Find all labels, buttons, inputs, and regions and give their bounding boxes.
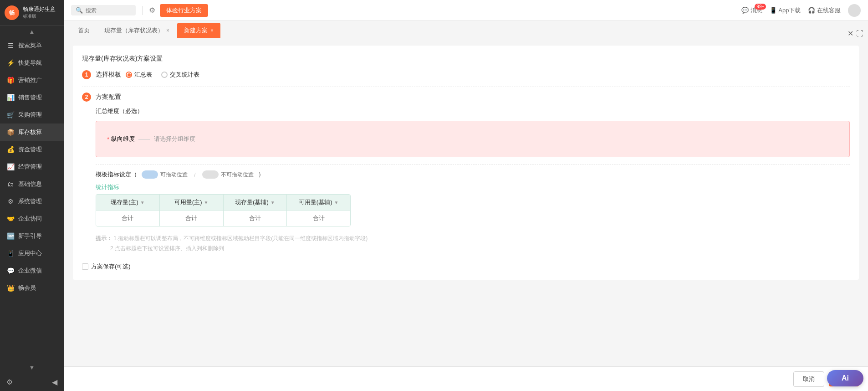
stats-label: 统计指标 [96,183,850,191]
window-maximize-icon[interactable]: ⛶ [856,30,863,38]
tab-inventory-status[interactable]: 现存量（库存状况表） × [97,23,176,38]
topbar: 🔍 ⚙ 体验行业方案 💬 消息 99+ 📱 App下载 🎧 在线客服 [64,0,868,21]
management-icon: 📈 [6,163,15,171]
sidebar-item-search[interactable]: ☰ 搜索菜单 [0,37,64,54]
dimension-area[interactable]: * 纵向维度 —— 请选择分组维度 [96,121,850,157]
cancel-button[interactable]: 取消 [793,371,824,387]
stats-col-4-data: 合计 [287,210,350,226]
topbar-divider [142,6,143,15]
step1-header: 1 选择模板 汇总表 交叉统计表 [82,70,850,79]
tip-2: 2.点击标题栏下拉可设置排序、插入列和删除列 [110,245,224,252]
tab-new-plan-label: 新建方案 [184,26,208,35]
dimension-separator: —— [138,136,150,143]
sidebar-item-purchase[interactable]: 🛒 采购管理 [0,106,64,123]
user-avatar[interactable] [848,4,861,17]
search-menu-icon: ☰ [6,41,15,50]
stats-col-4-header[interactable]: 可用量(基辅) ▼ [287,195,350,210]
draggable-indicator-item: 可拖动位置 [142,170,188,179]
summary-dimension-label: 汇总维度（必选） [96,107,850,115]
not-draggable-indicator-item: 不可拖动位置 [202,170,254,179]
stats-col-3-data: 合计 [224,210,287,226]
tips-title: 提示： [96,235,112,242]
sidebar-item-appstore[interactable]: 📱 应用中心 [0,245,64,262]
sidebar-item-finance[interactable]: 💰 资金管理 [0,141,64,158]
sidebar-item-label: 资金管理 [18,145,42,154]
tab-new-plan[interactable]: 新建方案 × [177,23,220,38]
ai-button[interactable]: Ai [827,370,863,386]
sidebar-item-system[interactable]: ⚙ 系统管理 [0,193,64,210]
sidebar-item-label: 营销推广 [18,76,42,84]
search-icon: 🔍 [76,7,83,14]
sidebar-item-label: 应用中心 [18,249,42,257]
newguide-icon: 🆕 [6,232,15,240]
divider1 [82,87,850,87]
not-draggable-toggle [202,170,219,179]
sidebar-item-management[interactable]: 📈 经营管理 [0,158,64,175]
sidebar: 畅 畅康通好生意 标准版 ▲ ☰ 搜索菜单 ⚡ 快捷导航 🎁 营销推广 📊 销售… [0,0,64,391]
basic-info-icon: 🗂 [6,180,15,188]
sidebar-item-sales[interactable]: 📊 销售管理 [0,89,64,106]
indicator-end-paren: ） [258,170,264,179]
stats-header-row: 现存量(主) ▼ 可用量(主) ▼ 现存量(基辅) [96,195,350,210]
sidebar-item-wechat[interactable]: 💬 企业微信 [0,262,64,279]
sidebar-item-quicknav[interactable]: ⚡ 快捷导航 [0,54,64,72]
radio-cross-table[interactable]: 交叉统计表 [161,71,199,79]
chevron-down-icon: ▼ [271,200,275,205]
content-area: 现存量(库存状况表)方案设置 1 选择模板 汇总表 [64,38,868,366]
sidebar-item-marketing[interactable]: 🎁 营销推广 [0,72,64,89]
radio-summary-dot [128,73,131,77]
sidebar-item-inventory[interactable]: 📦 库存核算 [0,123,64,141]
headset-icon: 🎧 [808,7,815,14]
sidebar-item-member[interactable]: 👑 畅会员 [0,279,64,297]
stats-col-2-label: 可用量(主) [174,198,202,206]
sidebar-scroll-down[interactable]: ▼ [0,362,64,373]
ai-label: Ai [842,374,849,382]
search-box[interactable]: 🔍 [71,5,136,15]
stats-col-2-header[interactable]: 可用量(主) ▼ [160,195,224,210]
stats-section: 统计指标 现存量(主) ▼ 可用量(主) ▼ [96,183,850,226]
sidebar-item-enterprise[interactable]: 🤝 企业协同 [0,210,64,227]
step1-num: 1 [82,70,91,79]
gear-icon[interactable]: ⚙ [149,6,155,15]
sidebar-logo: 畅 畅康通好生意 标准版 [0,0,64,26]
message-badge[interactable]: 💬 消息 99+ [741,6,762,15]
dimension-name-text: 纵向维度 [111,135,135,143]
indicator-setting-row: 模板指标设定（ 可拖动位置 / 不可拖动位置 ） [96,170,850,179]
dimension-placeholder-text: 请选择分组维度 [154,135,195,143]
save-checkbox[interactable] [82,263,88,270]
sidebar-item-label: 基础信息 [18,180,42,188]
chevron-down-icon: ▼ [204,200,209,205]
sidebar-item-basic-info[interactable]: 🗂 基础信息 [0,175,64,193]
tab-inventory-close-icon[interactable]: × [166,27,169,34]
settings-icon[interactable]: ⚙ [6,378,13,386]
tab-new-plan-close-icon[interactable]: × [210,27,214,34]
window-close-icon[interactable]: ✕ [848,29,853,38]
download-icon: 📱 [770,7,777,14]
online-service-btn[interactable]: 🎧 在线客服 [808,6,841,15]
radio-summary-table[interactable]: 汇总表 [126,71,152,79]
enterprise-icon: 🤝 [6,215,15,223]
stats-col-3-header[interactable]: 现存量(基辅) ▼ [224,195,287,210]
sidebar-scroll-up[interactable]: ▲ [0,26,64,37]
sidebar-item-label: 经营管理 [18,163,42,171]
stats-col-1-header[interactable]: 现存量(主) ▼ [96,195,160,210]
radio-cross-label: 交叉统计表 [170,71,199,79]
sidebar-item-label: 快捷导航 [18,59,42,67]
app-name: 畅康通好生意 [23,6,56,13]
sidebar-item-newguide[interactable]: 🆕 新手引导 [0,227,64,245]
service-label: 在线客服 [817,7,841,14]
tab-home[interactable]: 首页 [71,23,97,38]
sidebar-item-label: 搜索菜单 [18,41,42,50]
system-icon: ⚙ [6,197,15,206]
search-input[interactable] [86,7,131,14]
not-draggable-label: 不可拖动位置 [221,171,254,179]
app-download-btn[interactable]: 📱 App下载 [770,6,801,15]
radio-summary-circle [126,72,132,78]
sales-icon: 📊 [6,93,15,102]
stats-col-4-label: 可用量(基辅) [299,198,332,206]
draggable-label: 可拖动位置 [160,171,188,179]
purchase-icon: 🛒 [6,111,15,119]
dimension-required-star: * [107,136,109,143]
toggle-icon[interactable]: ◀ [52,378,57,386]
trial-industry-button[interactable]: 体验行业方案 [160,4,208,17]
